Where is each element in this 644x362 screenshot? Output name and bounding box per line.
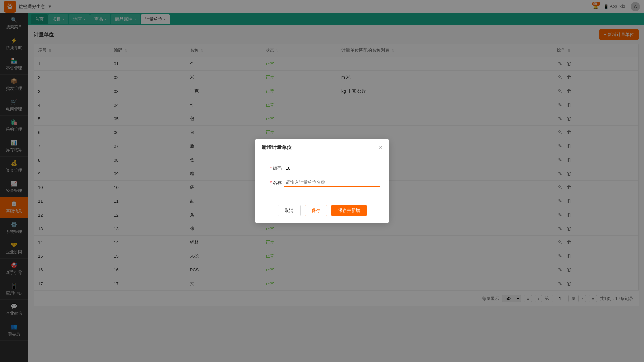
save-and-new-button[interactable]: 保存并新增 xyxy=(331,205,367,216)
modal-title: 新增计量单位 xyxy=(262,144,292,151)
modal-header: 新增计量单位 × xyxy=(255,139,389,156)
modal-overlay: 新增计量单位 × 编码 名称 取消 保存 保存并新增 xyxy=(0,0,644,362)
code-input[interactable] xyxy=(284,164,380,172)
name-row: 名称 xyxy=(264,178,380,187)
code-row: 编码 xyxy=(264,164,380,172)
modal-body: 编码 名称 xyxy=(255,156,389,201)
modal-close-button[interactable]: × xyxy=(379,144,382,151)
cancel-button[interactable]: 取消 xyxy=(278,205,301,216)
name-input[interactable] xyxy=(284,178,380,187)
name-label: 名称 xyxy=(264,180,284,186)
modal-footer: 取消 保存 保存并新增 xyxy=(255,201,389,223)
add-unit-modal: 新增计量单位 × 编码 名称 取消 保存 保存并新增 xyxy=(255,139,389,223)
code-label: 编码 xyxy=(264,165,284,171)
save-button[interactable]: 保存 xyxy=(305,205,327,216)
